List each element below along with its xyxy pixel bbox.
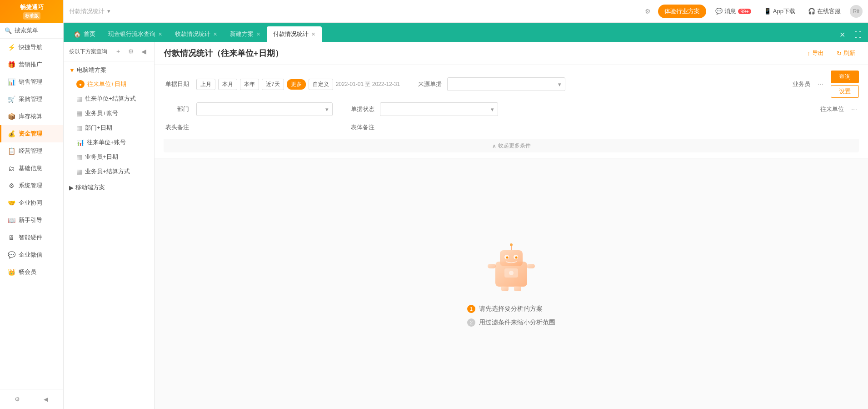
- panel-collapse-btn[interactable]: ◀: [139, 46, 149, 56]
- counterpart-dots[interactable]: ···: [849, 105, 859, 113]
- settings-btn[interactable]: 设置: [831, 85, 859, 98]
- scheme-table-icon-5: ▦: [76, 153, 82, 161]
- empty-tips: 1 请先选择要分析的方案 2 用过滤条件来缩小分析范围: [467, 305, 555, 327]
- tab-payment-stats-close[interactable]: ✕: [311, 31, 315, 37]
- doc-status-arrow: ▾: [491, 106, 494, 113]
- sidebar-items: ⚡ 快捷导航 🎁 营销推广 📊 销售管理 🛒 采购管理 📦 库存核算 💰 资金管…: [0, 39, 63, 281]
- sidebar-settings-btn[interactable]: ⚙: [4, 393, 31, 405]
- date-btn-this-year[interactable]: 本年: [240, 79, 259, 90]
- sidebar-item-purchase[interactable]: 🛒 采购管理: [0, 91, 63, 108]
- sidebar-item-hardware[interactable]: 🖥 智能硬件: [0, 229, 63, 246]
- empty-content: 1 请先选择要分析的方案 2 用过滤条件来缩小分析范围: [467, 241, 555, 327]
- source-select[interactable]: ▾: [447, 77, 565, 91]
- download-icon: 📱: [764, 8, 771, 15]
- message-btn[interactable]: 💬 消息 99+: [712, 5, 755, 17]
- pc-group-header[interactable]: ▼ 电脑端方案: [64, 63, 154, 77]
- sidebar-item-finance[interactable]: 💰 资金管理: [0, 125, 63, 142]
- tab-receipt-stats[interactable]: 收款情况统计 ✕: [169, 26, 224, 42]
- date-btn-7days[interactable]: 近7天: [262, 79, 284, 90]
- tab-cash-flow[interactable]: 现金银行流水查询 ✕: [102, 26, 169, 42]
- main-area: 付款情况统计 ▾ ⚙ 体验行业方案 💬 消息 99+ 📱 App下载 🎧 在线客…: [64, 0, 868, 409]
- inventory-label: 库存核算: [19, 112, 42, 121]
- query-btn[interactable]: 查询: [831, 71, 859, 83]
- sidebar-item-quick-nav[interactable]: ⚡ 快捷导航: [0, 39, 63, 56]
- experience-btn[interactable]: 体验行业方案: [658, 5, 706, 18]
- sidebar-item-enterprise[interactable]: 🤝 企业协同: [0, 194, 63, 212]
- dept-label: 部门: [164, 105, 189, 113]
- date-btn-custom[interactable]: 自定义: [309, 79, 333, 90]
- scheme-settings-icon: ⚙: [128, 48, 134, 55]
- scheme-item-staff-settle[interactable]: ▦ 业务员+结算方式: [64, 164, 154, 179]
- collapse-btn-label: 收起更多条件: [498, 142, 531, 150]
- tab-cash-flow-close[interactable]: ✕: [158, 31, 162, 37]
- sidebar-item-marketing[interactable]: 🎁 营销推广: [0, 56, 63, 73]
- tab-home[interactable]: 🏠 首页: [67, 26, 102, 42]
- scheme-item-unit-settle[interactable]: ▦ 往来单位+结算方式: [64, 91, 154, 106]
- tab-receipt-stats-close[interactable]: ✕: [213, 31, 217, 37]
- panel-collapse-icon: ◀: [141, 48, 146, 55]
- sidebar-item-inventory[interactable]: 📦 库存核算: [0, 108, 63, 125]
- sidebar-item-guide[interactable]: 📖 新手引导: [0, 212, 63, 229]
- refresh-btn[interactable]: ↻ 刷新: [833, 47, 859, 59]
- tip-text-1: 请先选择要分析的方案: [479, 305, 543, 313]
- tab-expand-btn[interactable]: ⛶: [852, 30, 864, 40]
- pc-group-label: 电脑端方案: [77, 66, 106, 74]
- operations-icon: 📋: [7, 147, 16, 155]
- export-btn[interactable]: ↑ 导出: [804, 47, 828, 59]
- service-icon: 🎧: [808, 8, 815, 15]
- left-panel-actions: + ⚙ ◀: [113, 46, 149, 56]
- scheme-item-staff-date[interactable]: ▦ 业务员+日期: [64, 150, 154, 164]
- tab-close-all-btn[interactable]: ✕: [837, 30, 848, 40]
- scheme-item-unit-date[interactable]: ● 往来单位+日期: [64, 77, 154, 91]
- date-btn-last-month[interactable]: 上月: [196, 79, 215, 90]
- system-label: 系统管理: [19, 182, 42, 190]
- sidebar-search[interactable]: 🔍 搜索菜单: [0, 23, 63, 39]
- scheme-unit-date-label: 往来单位+日期: [87, 80, 126, 88]
- scheme-settings-btn[interactable]: ⚙: [126, 46, 136, 56]
- inventory-icon: 📦: [7, 113, 16, 120]
- header-note-input[interactable]: [196, 121, 324, 134]
- tab-new-scheme-label: 新建方案: [230, 30, 254, 38]
- export-label: 导出: [812, 49, 824, 57]
- sidebar-collapse-btn[interactable]: ◀: [33, 393, 60, 405]
- sidebar-item-member[interactable]: 👑 畅会员: [0, 263, 63, 281]
- user-avatar[interactable]: Rit: [850, 5, 863, 18]
- online-service-btn[interactable]: 🎧 在线客服: [804, 5, 844, 17]
- version-tag: 标准版: [23, 12, 40, 20]
- tab-cash-flow-label: 现金银行流水查询: [108, 30, 155, 38]
- scheme-item-staff-account[interactable]: ▦ 业务员+账号: [64, 106, 154, 121]
- dept-select[interactable]: ▾: [196, 102, 333, 116]
- scheme-staff-date-label: 业务员+日期: [85, 153, 118, 161]
- add-scheme-btn[interactable]: +: [113, 46, 123, 56]
- enterprise-label: 企业协同: [19, 199, 42, 207]
- date-range-text: 2022-01-01 至 2022-12-31: [336, 81, 400, 88]
- sidebar-item-basic[interactable]: 🗂 基础信息: [0, 160, 63, 177]
- body-note-input[interactable]: [380, 121, 507, 134]
- date-btn-this-month[interactable]: 本月: [218, 79, 237, 90]
- scheme-item-unit-account[interactable]: 📊 往来单位+账号: [64, 135, 154, 150]
- tab-new-scheme-close[interactable]: ✕: [256, 31, 260, 37]
- scheme-unit-settle-label: 往来单位+结算方式: [85, 95, 136, 103]
- app-download-btn[interactable]: 📱 App下载: [760, 5, 799, 17]
- mobile-group-header[interactable]: ▶ 移动端方案: [64, 181, 154, 194]
- doc-status-select[interactable]: ▾: [380, 102, 498, 116]
- logo-text: 畅捷通巧: [20, 3, 44, 11]
- home-icon: 🏠: [74, 31, 81, 38]
- sidebar-item-sales[interactable]: 📊 销售管理: [0, 73, 63, 91]
- scheme-dept-date-label: 部门+日期: [85, 124, 112, 132]
- svg-rect-8: [488, 264, 496, 268]
- staff-dots[interactable]: ···: [816, 80, 825, 88]
- content-area: 按以下方案查询 + ⚙ ◀ ▼ 电脑端方案: [64, 42, 868, 409]
- topbar-settings-icon[interactable]: ⚙: [643, 6, 653, 16]
- scheme-item-dept-date[interactable]: ▦ 部门+日期: [64, 121, 154, 135]
- collapse-more-btn[interactable]: ∧ 收起更多条件: [164, 139, 859, 152]
- basic-label: 基础信息: [19, 164, 42, 172]
- tabbar-right: ✕ ⛶: [837, 30, 864, 42]
- sidebar-item-system[interactable]: ⚙ 系统管理: [0, 177, 63, 194]
- app-download-label: App下载: [773, 7, 795, 15]
- date-btn-more[interactable]: 更多: [287, 79, 306, 90]
- sidebar-item-operations[interactable]: 📋 经营管理: [0, 142, 63, 160]
- tab-payment-stats[interactable]: 付款情况统计 ✕: [267, 26, 322, 42]
- sidebar-item-wechat[interactable]: 💬 企业微信: [0, 246, 63, 263]
- tab-new-scheme[interactable]: 新建方案 ✕: [224, 26, 267, 42]
